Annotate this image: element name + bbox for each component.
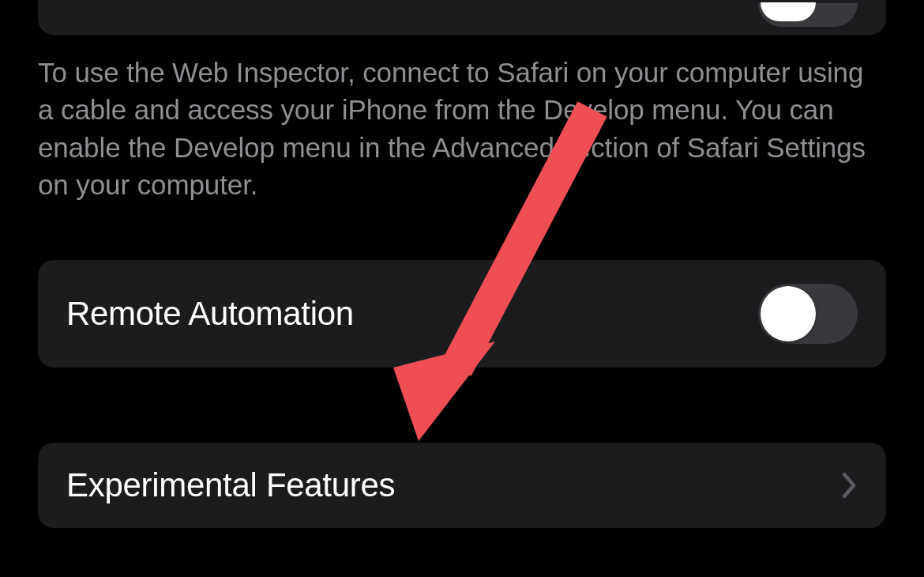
experimental-features-row[interactable]: Experimental Features: [38, 443, 886, 528]
web-inspector-row-partial[interactable]: [38, 0, 886, 35]
toggle-knob: [761, 286, 816, 341]
web-inspector-description: To use the Web Inspector, connect to Saf…: [0, 35, 924, 203]
chevron-right-icon: [842, 471, 858, 500]
web-inspector-toggle-partial[interactable]: [758, 3, 858, 27]
experimental-features-label: Experimental Features: [66, 466, 395, 504]
toggle-knob: [761, 2, 816, 21]
remote-automation-row[interactable]: Remote Automation: [38, 260, 886, 368]
remote-automation-toggle[interactable]: [758, 284, 858, 344]
remote-automation-label: Remote Automation: [66, 295, 354, 333]
